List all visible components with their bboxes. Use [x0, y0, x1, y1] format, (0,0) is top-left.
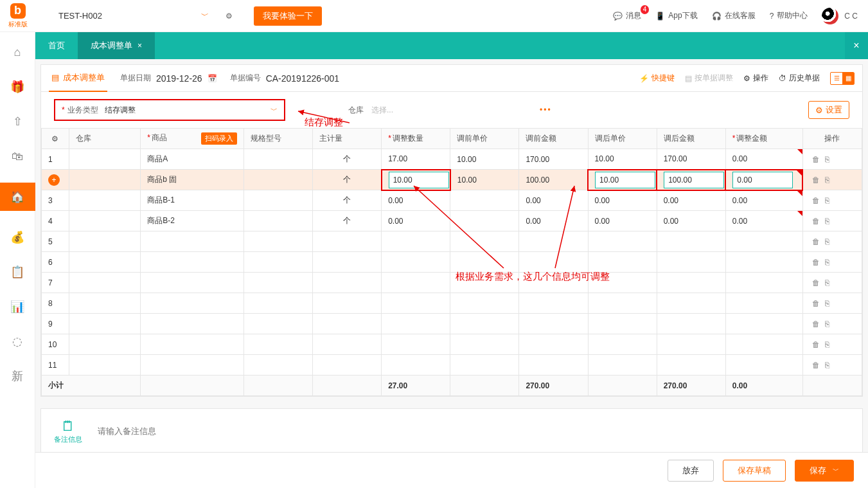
cell-qty	[382, 273, 450, 293]
hotkey-button[interactable]: ⚡快捷键	[639, 73, 675, 84]
delete-row-icon[interactable]: 🗑	[812, 299, 820, 308]
sidebar-warehouse-icon[interactable]: 🏠	[0, 183, 35, 211]
col-qty[interactable]: 调整数量	[382, 129, 450, 149]
view-list-icon[interactable]: ☰	[831, 73, 842, 84]
per-doc-toggle[interactable]: ▤按单据调整	[685, 73, 733, 84]
doc-tab[interactable]: ▤ 成本调整单	[49, 65, 107, 92]
copy-row-icon[interactable]: ⎘	[825, 278, 829, 287]
delete-row-icon[interactable]: 🗑	[812, 237, 820, 246]
copy-row-icon[interactable]: ⎘	[825, 155, 829, 164]
col-postprice[interactable]: 调后单价	[588, 129, 657, 149]
tab-cost-adjust[interactable]: 成本调整单 ×	[78, 32, 155, 59]
view-grid-icon[interactable]: ▦	[842, 73, 854, 84]
cell-product	[141, 252, 244, 273]
date-value[interactable]: 2019-12-26	[156, 73, 202, 84]
copy-row-icon[interactable]: ⎘	[825, 237, 829, 246]
cell-warehouse	[69, 252, 140, 273]
table-row[interactable]: 9🗑⎘	[42, 314, 862, 334]
table-row[interactable]: 7🗑⎘	[42, 273, 862, 293]
experience-button[interactable]: 我要体验一下	[254, 6, 322, 26]
copy-row-icon[interactable]: ⎘	[825, 176, 829, 185]
sidebar-gift-icon[interactable]: 🎁	[0, 78, 35, 95]
sidebar-bag-icon[interactable]: 🛍	[0, 148, 35, 165]
table-row[interactable]: 5🗑⎘	[42, 231, 862, 252]
ops-menu[interactable]: ⚙操作	[743, 73, 768, 84]
table-row[interactable]: 8🗑⎘	[42, 293, 862, 314]
tab-home[interactable]: 首页	[35, 32, 78, 59]
col-postamt[interactable]: 调后金额	[657, 129, 725, 149]
sidebar-report-icon[interactable]: 📊	[0, 298, 35, 315]
col-warehouse[interactable]: 仓库	[69, 129, 140, 149]
flag-icon	[797, 170, 802, 176]
delete-row-icon[interactable]: 🗑	[812, 217, 820, 226]
logo-sub: 标准版	[8, 20, 28, 29]
adjamt-input[interactable]: 0.00	[732, 172, 793, 188]
delete-row-icon[interactable]: 🗑	[812, 278, 820, 287]
subtotal-row: 小计 27.00 270.00 270.00 0.00	[42, 375, 862, 396]
col-product[interactable]: 商品扫码录入	[141, 129, 244, 149]
cell-preamt	[519, 252, 588, 273]
messages-label: 消息	[626, 10, 641, 21]
table-row[interactable]: 4商品B-2个0.000.000.000.000.00🗑⎘	[42, 211, 862, 231]
delete-row-icon[interactable]: 🗑	[812, 361, 820, 370]
sidebar-new-icon[interactable]: 新	[0, 368, 35, 384]
postprice-input[interactable]: 10.00	[595, 172, 655, 188]
save-draft-button[interactable]: 保存草稿	[723, 460, 786, 482]
add-row-button[interactable]: +	[48, 174, 60, 186]
col-preprice[interactable]: 调前单价	[450, 129, 519, 149]
biztype-select[interactable]: * 业务类型 结存调整 ﹀	[54, 99, 285, 121]
cell-adjamt: 0.00	[725, 211, 802, 231]
store-selector[interactable]: TEST-H002 ﹀	[53, 6, 214, 26]
messages[interactable]: 💬 消息 4	[613, 10, 641, 21]
close-icon[interactable]: ×	[137, 41, 142, 50]
delete-row-icon[interactable]: 🗑	[812, 258, 820, 267]
delete-row-icon[interactable]: 🗑	[812, 340, 820, 349]
copy-row-icon[interactable]: ⎘	[825, 320, 829, 329]
user-menu[interactable]: C C	[822, 8, 858, 24]
sidebar-home-icon[interactable]: ⌂	[0, 44, 35, 60]
gear-icon[interactable]: ⚙	[219, 6, 238, 26]
app-download[interactable]: 📱 App下载	[655, 10, 697, 21]
discard-button[interactable]: 放弃	[668, 460, 714, 482]
table-row[interactable]: 11🗑⎘	[42, 355, 862, 375]
warehouse-select[interactable]: 仓库 选择...	[348, 105, 393, 116]
table-row[interactable]: 1商品A个17.0010.00170.0010.00170.000.00🗑⎘	[42, 149, 862, 170]
col-preamt[interactable]: 调前金额	[519, 129, 588, 149]
close-panel-button[interactable]: ×	[845, 32, 868, 59]
view-toggle[interactable]: ☰ ▦	[830, 72, 855, 85]
help-center[interactable]: ? 帮助中心	[770, 10, 808, 21]
col-spec[interactable]: 规格型号	[244, 129, 312, 149]
col-adjamt[interactable]: 调整金额	[725, 129, 802, 149]
table-row[interactable]: 3商品B-1个0.000.000.000.000.00🗑⎘	[42, 190, 862, 211]
sidebar-money-icon[interactable]: 💰	[0, 229, 35, 246]
sidebar-clipboard-icon[interactable]: 📋	[0, 264, 35, 280]
save-button[interactable]: 保存﹀	[795, 460, 854, 482]
copy-row-icon[interactable]: ⎘	[825, 340, 829, 349]
copy-row-icon[interactable]: ⎘	[825, 361, 829, 370]
copy-row-icon[interactable]: ⎘	[825, 299, 829, 308]
delete-row-icon[interactable]: 🗑	[812, 155, 820, 164]
delete-row-icon[interactable]: 🗑	[812, 196, 820, 205]
col-gear[interactable]: ⚙	[42, 129, 69, 149]
col-unit[interactable]: 主计量	[313, 129, 382, 149]
copy-row-icon[interactable]: ⎘	[825, 217, 829, 226]
qty-input[interactable]: 10.00	[389, 172, 449, 188]
sidebar-cycle-icon[interactable]: ◌	[0, 333, 35, 350]
remarks-input[interactable]	[98, 426, 355, 436]
copy-row-icon[interactable]: ⎘	[825, 258, 829, 267]
table-row[interactable]: 6🗑⎘	[42, 252, 862, 273]
calendar-icon[interactable]: 📅	[208, 74, 217, 83]
scan-tag[interactable]: 扫码录入	[201, 132, 237, 145]
more-icon[interactable]: •••	[540, 105, 552, 114]
delete-row-icon[interactable]: 🗑	[812, 320, 820, 329]
table-row[interactable]: 10🗑⎘	[42, 334, 862, 355]
table-row[interactable]: +商品b 固个10.0010.00100.0010.00100.000.00🗑⎘	[42, 170, 862, 190]
cell-preamt: 100.00	[519, 170, 588, 190]
setup-button[interactable]: ⚙设置	[808, 101, 849, 119]
sidebar-house-icon[interactable]: ⇧	[0, 113, 35, 130]
postamt-input[interactable]: 100.00	[664, 172, 724, 188]
delete-row-icon[interactable]: 🗑	[812, 176, 820, 185]
history-button[interactable]: ⏱历史单据	[779, 73, 820, 84]
customer-service[interactable]: 🎧 在线客服	[712, 10, 756, 21]
copy-row-icon[interactable]: ⎘	[825, 196, 829, 205]
